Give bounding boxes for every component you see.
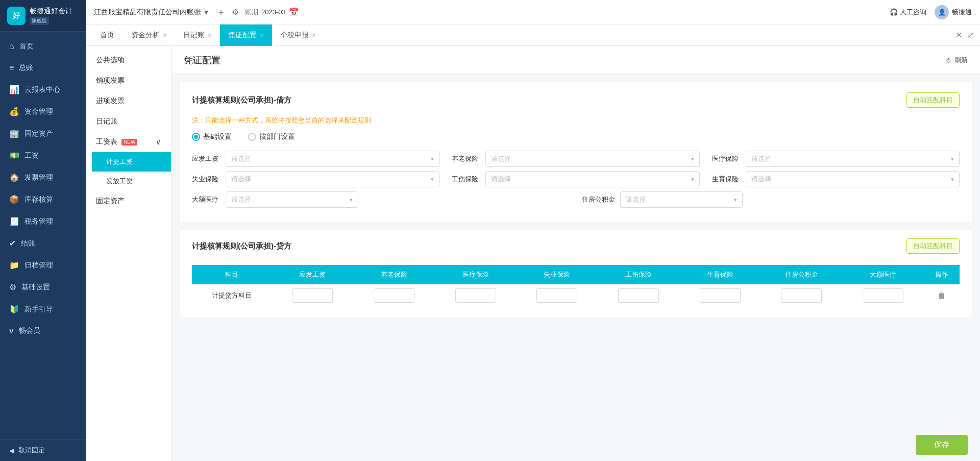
select-yanglao[interactable]: 请选择 ▾ bbox=[485, 151, 699, 167]
tab-home-label: 首页 bbox=[100, 31, 114, 40]
page-content: 凭证配置 ↻ 刷新 计提核算规则(公司承担)-借方 自动匹配科目 注：只能选择一… bbox=[172, 46, 980, 461]
refresh-button[interactable]: ↻ 刷新 bbox=[946, 56, 968, 65]
credit-rules-table: 科目 应发工资 养老保险 医疗保险 失业保险 工伤保险 生育保险 住房公积金 大… bbox=[192, 265, 960, 307]
tab-tax[interactable]: 个税申报 × bbox=[272, 25, 324, 46]
tab-voucher-config[interactable]: 凭证配置 × bbox=[220, 25, 272, 46]
radio-dept-label: 按部门设置 bbox=[259, 132, 295, 141]
left-nav-payroll-table[interactable]: 工资表 NEW ∨ bbox=[86, 132, 171, 152]
radio-basic[interactable]: 基础设置 bbox=[192, 132, 232, 141]
user-button[interactable]: 👤 畅捷通 bbox=[935, 5, 972, 19]
sidebar-item-archive[interactable]: 📁 归档管理 bbox=[0, 254, 86, 276]
tab-journal[interactable]: 日记账 × bbox=[175, 25, 220, 46]
sidebar-item-tax[interactable]: 🧾 税务管理 bbox=[0, 210, 86, 232]
radio-dept[interactable]: 按部门设置 bbox=[248, 132, 295, 141]
company-dropdown-icon[interactable]: ▾ bbox=[204, 7, 208, 17]
tab-voucher-close[interactable]: × bbox=[260, 32, 263, 39]
input-daeyiliao[interactable] bbox=[863, 288, 903, 303]
sidebar-item-funds[interactable]: 💰 资金管理 bbox=[0, 101, 86, 123]
sidebar-item-invoice[interactable]: 🏠 发票管理 bbox=[0, 166, 86, 188]
service-button[interactable]: 🎧 人工咨询 bbox=[890, 8, 926, 17]
inventory-icon: 📦 bbox=[9, 195, 19, 204]
sidebar-logo: 好 畅捷通好会计 旗舰版 bbox=[0, 0, 86, 32]
tab-home[interactable]: 首页 bbox=[92, 25, 123, 46]
chevron-down-icon: ▾ bbox=[691, 156, 694, 162]
delete-row-button[interactable]: 🗑 bbox=[938, 291, 946, 300]
company-name: 江西服宝精品有限责任公司内账张 bbox=[94, 8, 201, 17]
input-yiliao[interactable] bbox=[455, 288, 496, 303]
td-daeyiliao bbox=[842, 284, 924, 307]
sidebar-item-label: 新手引导 bbox=[24, 305, 53, 314]
select-gongshang[interactable]: 请选择 ▾ bbox=[485, 171, 699, 187]
sidebar-item-reports[interactable]: 📊 云报表中心 bbox=[0, 79, 86, 101]
left-nav-accrual-label: 计提工资 bbox=[106, 157, 133, 166]
sidebar-item-label: 资金管理 bbox=[24, 107, 53, 116]
tab-journal-close[interactable]: × bbox=[208, 32, 211, 39]
maximize-button[interactable]: ⤢ bbox=[967, 30, 974, 40]
left-nav-journal[interactable]: 日记账 bbox=[86, 111, 171, 132]
left-nav-purchase-invoice[interactable]: 进项发票 bbox=[86, 91, 171, 111]
calendar-icon[interactable]: 📅 bbox=[289, 7, 299, 17]
form-label-daeyiliao: 大额医疗 bbox=[192, 195, 220, 204]
select-shiye-placeholder: 请选择 bbox=[231, 175, 251, 184]
form-item-yanglao: 养老保险 请选择 ▾ bbox=[452, 151, 699, 167]
cancel-pin-button[interactable]: ◀ 取消固定 bbox=[0, 439, 86, 461]
tab-funds[interactable]: 资金分析 × bbox=[123, 25, 175, 46]
input-yingfa[interactable] bbox=[292, 288, 333, 303]
td-action: 🗑 bbox=[924, 284, 960, 307]
add-button[interactable]: ＋ bbox=[216, 6, 226, 18]
close-tab-button[interactable]: ✕ bbox=[955, 30, 962, 40]
period-value: 2023-03 bbox=[261, 8, 286, 16]
sidebar-item-label: 总账 bbox=[19, 63, 33, 72]
select-gongjijin-placeholder: 请选择 bbox=[626, 195, 646, 204]
left-nav: 公共选项 销项发票 进项发票 日记账 工资表 NEW ∨ 计提工资 发 bbox=[86, 46, 172, 461]
sidebar-item-inventory[interactable]: 📦 库存核算 bbox=[0, 188, 86, 210]
sidebar-item-guide[interactable]: 🔰 新手引导 bbox=[0, 298, 86, 320]
auto-match-credit-button[interactable]: 自动匹配科目 bbox=[906, 238, 960, 254]
sidebar-item-ledger[interactable]: ≡ 总账 bbox=[0, 57, 86, 79]
select-yingfa[interactable]: 请选择 ▾ bbox=[226, 151, 439, 167]
th-yiliao: 医疗保险 bbox=[435, 265, 517, 284]
input-gongjijin[interactable] bbox=[781, 288, 822, 303]
left-nav-public[interactable]: 公共选项 bbox=[86, 50, 171, 70]
input-gongshang[interactable] bbox=[618, 288, 659, 303]
sidebar-item-salary[interactable]: 💵 工资 bbox=[0, 144, 86, 166]
left-nav-payment[interactable]: 发放工资 bbox=[92, 172, 171, 191]
main-area: 江西服宝精品有限责任公司内账张 ▾ ＋ ⚙ 账期 2023-03 📅 🎧 人工咨… bbox=[86, 0, 980, 461]
th-subject: 科目 bbox=[192, 265, 272, 284]
sidebar-item-basic-settings[interactable]: ⚙ 基础设置 bbox=[0, 276, 86, 298]
settings-button[interactable]: ⚙ bbox=[232, 7, 239, 17]
form-label-gongjijin: 住房公积金 bbox=[582, 195, 615, 204]
sidebar-item-label: 首页 bbox=[19, 42, 34, 51]
tab-funds-close[interactable]: × bbox=[163, 32, 166, 39]
save-bar: 保存 bbox=[903, 429, 980, 461]
select-yiliao[interactable]: 请选择 ▾ bbox=[746, 151, 960, 167]
select-shiye[interactable]: 请选择 ▾ bbox=[226, 171, 439, 187]
form-grid-row1: 应发工资 请选择 ▾ 养老保险 请选择 ▾ 医疗 bbox=[192, 151, 960, 167]
sidebar-item-home[interactable]: ⌂ 首页 bbox=[0, 36, 86, 57]
form-label-yingfa: 应发工资 bbox=[192, 154, 220, 163]
input-shengyu[interactable] bbox=[700, 288, 741, 303]
select-daeyiliao[interactable]: 请选择 ▾ bbox=[226, 191, 358, 208]
select-gongshang-placeholder: 请选择 bbox=[491, 175, 511, 184]
save-button[interactable]: 保存 bbox=[916, 435, 968, 455]
tab-tax-label: 个税申报 bbox=[280, 31, 309, 40]
sidebar: 好 畅捷通好会计 旗舰版 ⌂ 首页 ≡ 总账 📊 云报表中心 💰 资金管理 🏢 … bbox=[0, 0, 86, 461]
left-nav-accrual[interactable]: 计提工资 bbox=[92, 152, 171, 172]
input-shiye[interactable] bbox=[536, 288, 577, 303]
left-nav-fixed-assets[interactable]: 固定资产 bbox=[86, 191, 171, 211]
auto-match-debit-button[interactable]: 自动匹配科目 bbox=[906, 92, 960, 108]
left-nav-sales-invoice[interactable]: 销项发票 bbox=[86, 70, 171, 91]
sidebar-item-fixed-assets[interactable]: 🏢 固定资产 bbox=[0, 123, 86, 144]
input-yanglao[interactable] bbox=[374, 288, 414, 303]
th-gongshang: 工伤保险 bbox=[598, 265, 679, 284]
tab-tax-close[interactable]: × bbox=[312, 32, 315, 39]
sidebar-item-label: 发票管理 bbox=[24, 173, 53, 182]
sidebar-item-vip[interactable]: V 畅会员 bbox=[0, 320, 86, 342]
home-icon: ⌂ bbox=[9, 42, 14, 51]
tax-icon: 🧾 bbox=[9, 216, 19, 226]
refresh-label: 刷新 bbox=[954, 56, 968, 65]
sidebar-item-settle[interactable]: ✔ 结账 bbox=[0, 232, 86, 254]
select-gongjijin[interactable]: 请选择 ▾ bbox=[620, 191, 743, 208]
select-shengyu[interactable]: 请选择 ▾ bbox=[746, 171, 960, 187]
left-nav-sub-payroll: 计提工资 发放工资 bbox=[86, 152, 171, 191]
